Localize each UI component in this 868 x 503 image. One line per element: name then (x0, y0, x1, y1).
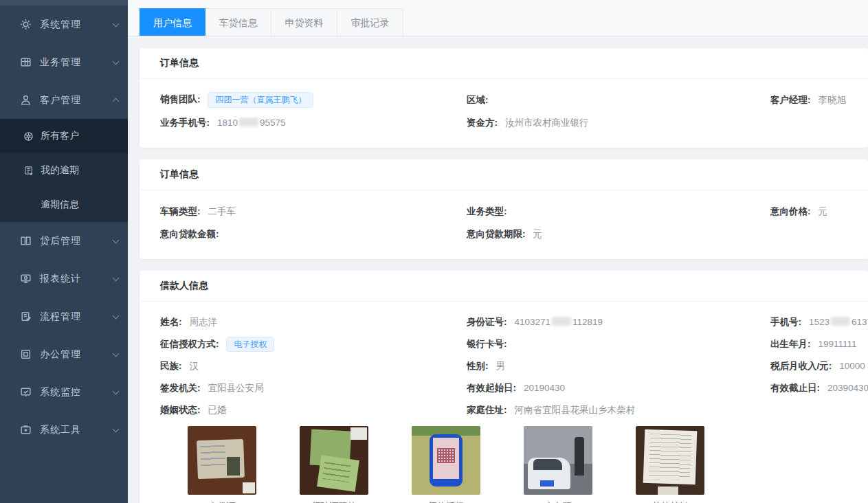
name-value: 周志洋 (189, 317, 217, 327)
valid-to-label: 有效截止日: (770, 383, 820, 393)
sidebar-item-business-mgmt[interactable]: 业务管理 (0, 43, 128, 81)
sidebar-item-label: 逾期信息 (41, 199, 79, 211)
tab-user-info[interactable]: 用户信息 (140, 8, 205, 36)
sidebar-item-system-tools[interactable]: 系统工具 (0, 411, 128, 449)
credit-auth-label: 征信授权方式: (160, 339, 219, 349)
income-label: 税后月收入/元: (770, 361, 832, 371)
tab-approval-records[interactable]: 审批记录 (337, 8, 403, 36)
paper-doc-image (636, 426, 704, 495)
income-value: 10000 (839, 361, 865, 371)
sidebar-item-all-customers[interactable]: 所有客户 (0, 119, 128, 153)
ethnic-label: 民族: (160, 361, 182, 371)
marital-value: 已婚 (208, 405, 226, 415)
borrower-info-card: 借款人信息 姓名: 周志洋 身份证号: 4103271112819 手机号: 1… (140, 271, 868, 503)
sidebar-item-label: 办公管理 (40, 348, 113, 361)
sales-team-tag: 四团一营（直属王鹏飞） (208, 92, 313, 107)
chevron-down-icon (113, 20, 120, 27)
photo-label: 其他材料 (636, 500, 704, 503)
sidebar-item-label: 客户管理 (40, 94, 113, 107)
sidebar-item-label: 系统管理 (40, 19, 113, 31)
gear-icon (19, 19, 32, 31)
sidebar-item-report-stats[interactable]: 报表统计 (0, 260, 128, 298)
valid-to-value: 20390430 (827, 383, 868, 393)
detail-tabbar: 用户信息 车贷信息 申贷资料 审批记录 (128, 0, 868, 36)
sidebar: 系统管理 业务管理 客户管理 所有客户 我的逾期 逾期信息 (0, 0, 128, 503)
green-booklet-image (300, 426, 368, 495)
photo-id-card[interactable]: 身份证 (188, 426, 256, 503)
photo-phone-qr[interactable]: 征信授权 (412, 426, 480, 503)
card-title: 订单信息 (140, 48, 868, 79)
sidebar-item-customer-mgmt[interactable]: 客户管理 (0, 81, 128, 119)
sidebar-item-label: 系统监控 (40, 386, 113, 399)
phone-qr-image (412, 426, 480, 495)
chevron-down-icon (113, 58, 120, 65)
credit-auth-tag: 电子授权 (226, 337, 274, 352)
chevron-down-icon (113, 312, 120, 319)
sidebar-item-overdue-info[interactable]: 逾期信息 (0, 188, 128, 222)
chevron-up-icon (113, 98, 120, 105)
sidebar-item-system-monitor[interactable]: 系统监控 (0, 373, 128, 411)
intent-price-label: 意向价格: (770, 206, 811, 216)
main-content: 用户信息 车贷信息 申贷资料 审批记录 订单信息 销售团队: 四团一营（直属王鹏… (128, 0, 868, 503)
grid-icon (19, 56, 32, 69)
photo-person-car[interactable]: 人车照 (524, 426, 592, 503)
toolbox-icon (19, 424, 32, 436)
monitor-check-icon (19, 386, 32, 399)
loan-intent-card: 订单信息 车辆类型: 二手车 业务类型: 意向价格: 元 意向贷款金额: (140, 159, 868, 259)
sidebar-item-label: 流程管理 (40, 311, 113, 323)
chevron-down-icon (113, 274, 120, 281)
manager-value: 李晓旭 (818, 95, 846, 105)
wheel-icon (23, 131, 34, 142)
mobile-value: 15236137 (809, 317, 868, 327)
sales-team-label: 销售团队: (160, 94, 201, 104)
valid-from-value: 20190430 (524, 383, 565, 393)
birth-label: 出生年月: (770, 339, 811, 349)
loan-term-value: 元 (533, 229, 542, 239)
photo-paper-doc[interactable]: 其他材料 (636, 426, 704, 503)
customer-mgmt-submenu: 所有客户 我的逾期 逾期信息 (0, 119, 128, 222)
chevron-down-icon (113, 350, 120, 357)
funder-value: 汝州市农村商业银行 (505, 118, 589, 128)
sidebar-item-system-mgmt[interactable]: 系统管理 (0, 5, 128, 43)
photo-label: 行驶证照片 (300, 500, 368, 503)
redaction-blur (831, 317, 850, 326)
id-number-value: 4103271112819 (514, 317, 603, 327)
vehicle-type-value: 二手车 (208, 206, 236, 216)
valid-from-label: 有效起始日: (467, 383, 516, 393)
loan-amount-label: 意向贷款金额: (160, 229, 219, 239)
tab-loan-application-docs[interactable]: 申贷资料 (271, 8, 337, 36)
sidebar-item-label: 所有客户 (41, 130, 79, 142)
ethnic-value: 汉 (189, 361, 199, 371)
document-photos: 身份证 行驶证照片 征信授权 人车照 其他材料 (160, 421, 868, 503)
intent-price-value: 元 (818, 206, 827, 216)
photo-label: 人车照 (524, 500, 592, 503)
business-phone-label: 业务手机号: (160, 118, 210, 128)
name-label: 姓名: (160, 317, 182, 327)
vehicle-type-label: 车辆类型: (160, 206, 201, 216)
sidebar-item-workflow-mgmt[interactable]: 流程管理 (0, 298, 128, 335)
user-icon (19, 94, 32, 107)
redaction-blur (239, 118, 258, 126)
gender-value: 男 (496, 361, 505, 371)
tab-car-loan-info[interactable]: 车贷信息 (205, 8, 271, 36)
chevron-down-icon (113, 236, 120, 243)
gender-label: 性别: (467, 361, 489, 371)
sidebar-item-postloan-mgmt[interactable]: 贷后管理 (0, 222, 128, 260)
business-phone-value: 181095575 (217, 118, 286, 128)
person-car-image (524, 426, 592, 495)
address-value: 河南省宜阳县花果山乡木柴村 (514, 405, 635, 415)
sidebar-item-office-mgmt[interactable]: 办公管理 (0, 335, 128, 373)
sidebar-item-label: 我的逾期 (41, 164, 79, 177)
ledger-icon (23, 165, 34, 176)
office-icon (19, 348, 32, 361)
issuer-value: 宜阳县公安局 (208, 383, 263, 393)
photo-green-booklet[interactable]: 行驶证照片 (300, 426, 368, 503)
sidebar-item-my-overdue[interactable]: 我的逾期 (0, 153, 128, 188)
card-title: 借款人信息 (140, 271, 868, 302)
photo-label: 身份证 (188, 500, 256, 503)
book-icon (19, 235, 32, 247)
sidebar-item-label: 报表统计 (40, 273, 113, 285)
chevron-down-icon (113, 388, 120, 394)
marital-label: 婚姻状态: (160, 405, 201, 415)
order-info-card: 订单信息 销售团队: 四团一营（直属王鹏飞） 区域: 客户经理: 李晓旭 业务手 (140, 48, 868, 148)
